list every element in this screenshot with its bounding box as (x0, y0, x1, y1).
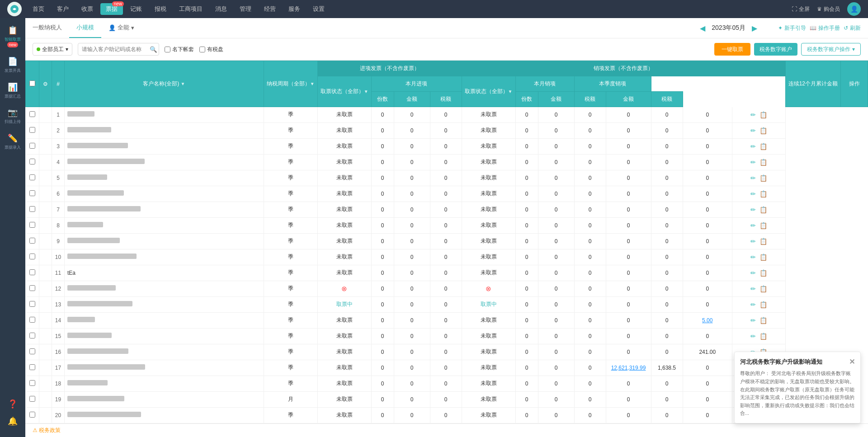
q-amount-highlight[interactable]: 12,621,319.99 (611, 365, 646, 371)
customer-name-blurred[interactable] (67, 174, 107, 180)
th-in-status[interactable]: 取票状态（全部）▼ (317, 76, 371, 107)
my-account-checkbox[interactable] (165, 47, 170, 52)
copy-btn[interactable]: 📋 (759, 316, 768, 325)
row-checkbox[interactable] (29, 348, 35, 354)
sidebar-notification[interactable]: 🔔 (2, 413, 24, 430)
edit-btn[interactable]: ✏ (750, 237, 757, 246)
row-checkbox[interactable] (29, 238, 35, 244)
digital-tax-account-ops-btn[interactable]: 税务数字账户操作 ▾ (801, 43, 861, 56)
copy-btn[interactable]: 📋 (759, 174, 768, 183)
sidebar-item-ticket-entry[interactable]: ✏️ 票据录入 (2, 130, 24, 154)
copy-btn[interactable]: 📋 (759, 268, 768, 277)
my-account-checkbox-label[interactable]: 名下帐套 (165, 46, 194, 53)
customer-name-blurred[interactable] (67, 348, 128, 354)
copy-btn[interactable]: 📋 (759, 126, 768, 135)
copy-btn[interactable]: 📋 (759, 110, 768, 119)
cumulative-highlight[interactable]: 5.00 (702, 317, 712, 324)
tab-all[interactable]: 👤 全能 ▾ (101, 18, 142, 38)
one-click-ticket-btn[interactable]: 一键取票 (714, 43, 750, 56)
customer-name-blurred[interactable] (67, 190, 124, 196)
customer-name-blurred[interactable] (67, 285, 116, 291)
customer-name-blurred[interactable] (67, 333, 112, 338)
customer-name-blurred[interactable] (67, 222, 103, 227)
sidebar-help[interactable]: ❓ (2, 395, 24, 413)
copy-btn[interactable]: 📋 (759, 300, 768, 309)
th-customer-name[interactable]: 客户名称(全部) ▼ (65, 61, 264, 107)
row-checkbox[interactable] (29, 127, 35, 133)
tax-disk-checkbox[interactable] (199, 47, 205, 52)
row-checkbox[interactable] (29, 333, 35, 338)
row-checkbox[interactable] (29, 396, 35, 402)
nav-settings[interactable]: 设置 (307, 3, 330, 15)
copy-btn[interactable]: 📋 (759, 221, 768, 230)
customer-name-blurred[interactable] (67, 380, 108, 385)
edit-btn[interactable]: ✏ (750, 158, 757, 167)
copy-btn[interactable]: 📋 (759, 284, 768, 293)
user-avatar[interactable]: 👤 (847, 2, 861, 16)
nav-operations[interactable]: 经营 (259, 3, 281, 15)
row-checkbox[interactable] (29, 222, 35, 228)
customer-name-blurred[interactable] (67, 254, 137, 259)
edit-btn[interactable]: ✏ (750, 142, 757, 151)
row-checkbox[interactable] (29, 190, 35, 196)
edit-btn[interactable]: ✏ (750, 189, 757, 198)
copy-btn[interactable]: 📋 (759, 205, 768, 214)
notification-close-btn[interactable]: ✕ (849, 357, 855, 366)
nav-management[interactable]: 管理 (234, 3, 257, 15)
edit-btn[interactable]: ✏ (750, 300, 757, 309)
customer-name-blurred[interactable] (67, 143, 128, 148)
vip-btn[interactable]: ♛ 购会员 (817, 5, 840, 13)
edit-btn[interactable]: ✏ (750, 221, 757, 230)
th-cycle[interactable]: 纳税周期（全部）▼ (264, 61, 317, 107)
edit-btn[interactable]: ✏ (750, 316, 757, 325)
nav-receive[interactable]: 收票 (76, 3, 99, 15)
row-checkbox[interactable] (29, 143, 35, 149)
nav-business[interactable]: 工商项目 (174, 3, 208, 15)
customer-name-blurred[interactable] (67, 127, 111, 132)
employee-filter[interactable]: 全部员工 ▾ (33, 43, 72, 56)
tab-general-taxpayer[interactable]: 一般纳税人 (25, 18, 69, 38)
copy-btn[interactable]: 📋 (759, 237, 768, 246)
row-checkbox[interactable] (29, 380, 35, 386)
row-checkbox[interactable] (29, 111, 35, 117)
search-input[interactable] (82, 46, 150, 52)
customer-name-blurred[interactable] (67, 396, 124, 401)
refresh-btn[interactable]: ↺ 刷新 (844, 24, 861, 32)
copy-btn[interactable]: 📋 (759, 158, 768, 167)
customer-name-blurred[interactable] (67, 301, 132, 306)
row-checkbox[interactable] (29, 364, 35, 370)
row-checkbox[interactable] (29, 317, 35, 323)
row-checkbox[interactable] (29, 159, 35, 164)
fullscreen-btn[interactable]: ⛶ 全屏 (792, 5, 810, 13)
edit-btn[interactable]: ✏ (750, 253, 757, 262)
nav-service[interactable]: 服务 (283, 3, 306, 15)
customer-name-blurred[interactable] (67, 206, 141, 211)
edit-btn[interactable]: ✏ (750, 332, 757, 341)
sidebar-item-scan-upload[interactable]: 📷 扫描上传 (2, 104, 24, 128)
customer-name-blurred[interactable] (67, 412, 141, 417)
nav-home[interactable]: 首页 (27, 3, 50, 15)
nav-messages[interactable]: 消息 (210, 3, 232, 15)
search-button[interactable]: 🔍 (150, 46, 157, 53)
row-checkbox[interactable] (29, 254, 35, 259)
nav-invoice[interactable]: 票据 new (100, 3, 123, 15)
tax-disk-checkbox-label[interactable]: 有税盘 (199, 46, 223, 53)
customer-name-blurred[interactable] (67, 317, 95, 322)
nav-tax[interactable]: 报税 (149, 3, 172, 15)
customer-name-blurred[interactable] (67, 238, 120, 243)
edit-btn[interactable]: ✏ (750, 126, 757, 135)
customer-name-blurred[interactable] (67, 111, 94, 117)
customer-name-blurred[interactable] (67, 159, 145, 164)
all-tab-dropdown[interactable]: ▾ (131, 24, 134, 31)
row-checkbox[interactable] (29, 206, 35, 212)
copy-btn[interactable]: 📋 (759, 253, 768, 262)
row-checkbox[interactable] (29, 285, 35, 291)
edit-btn[interactable]: ✏ (750, 284, 757, 293)
edit-btn[interactable]: ✏ (750, 268, 757, 277)
edit-btn[interactable]: ✏ (750, 110, 757, 119)
new-user-guide-link[interactable]: ✦ 新手引导 (778, 24, 806, 32)
sidebar-item-smart-ticket[interactable]: 📋 智能取票 new (2, 22, 24, 51)
row-checkbox[interactable] (29, 269, 35, 275)
row-checkbox[interactable] (29, 412, 35, 418)
edit-btn[interactable]: ✏ (750, 205, 757, 214)
